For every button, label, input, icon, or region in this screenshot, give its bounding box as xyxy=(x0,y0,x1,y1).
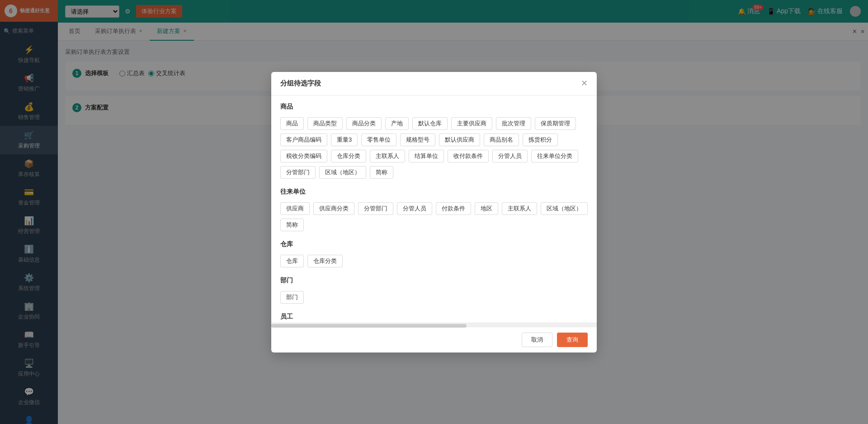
cancel-button[interactable]: 取消 xyxy=(522,333,552,347)
counterpart-tags-grid: 供应商 供应商分类 分管部门 分管人员 付款条件 地区 主联系人 区域（地区） … xyxy=(280,202,588,231)
tag-area[interactable]: 地区 xyxy=(475,202,498,215)
tag-main-supplier[interactable]: 主要供应商 xyxy=(451,117,492,130)
category-warehouse: 仓库 仓库 仓库分类 xyxy=(280,240,588,267)
category-department-title: 部门 xyxy=(280,276,588,286)
tag-warehouse[interactable]: 仓库 xyxy=(280,255,304,267)
tag-customer-sku[interactable]: 客户商品编码 xyxy=(280,133,327,146)
dialog-footer: 取消 查询 xyxy=(271,327,597,353)
tag-default-warehouse[interactable]: 默认仓库 xyxy=(412,117,448,130)
tag-batch-management[interactable]: 批次管理 xyxy=(496,117,531,130)
category-product-title: 商品 xyxy=(280,103,588,113)
tag-short-name-2[interactable]: 简称 xyxy=(280,219,304,231)
tag-weight[interactable]: 重量3 xyxy=(331,133,358,146)
tag-product-type[interactable]: 商品类型 xyxy=(307,117,343,130)
dialog-hscrollbar-thumb[interactable] xyxy=(271,324,467,328)
tag-tax-code[interactable]: 税收分类编码 xyxy=(280,150,327,162)
tag-supplier[interactable]: 供应商 xyxy=(280,202,310,215)
dialog-close-button[interactable]: ✕ xyxy=(581,79,588,87)
dialog: 分组待选字段 ✕ 商品 商品 商品类型 商品分类 产地 默认仓库 主要供应商 批… xyxy=(271,72,597,353)
tag-product-alias[interactable]: 商品别名 xyxy=(484,133,519,146)
tag-pick-points[interactable]: 拣货积分 xyxy=(523,133,558,146)
tag-staff[interactable]: 分管人员 xyxy=(397,202,432,215)
tag-spec-model[interactable]: 规格型号 xyxy=(400,133,435,146)
tag-short-name[interactable]: 简称 xyxy=(370,166,393,179)
category-counterpart-title: 往来单位 xyxy=(280,188,588,198)
dialog-hscrollbar[interactable] xyxy=(271,323,597,327)
tag-shelf-life[interactable]: 保质期管理 xyxy=(535,117,576,130)
tag-main-contact-2[interactable]: 主联系人 xyxy=(502,202,537,215)
tag-warehouse-type[interactable]: 仓库分类 xyxy=(307,255,343,267)
category-department: 部门 部门 xyxy=(280,276,588,304)
tag-supplier-category[interactable]: 供应商分类 xyxy=(313,202,354,215)
tag-dept[interactable]: 分管部门 xyxy=(358,202,393,215)
confirm-button[interactable]: 查询 xyxy=(557,333,588,347)
tag-counterpart-category[interactable]: 往来单位分类 xyxy=(531,150,578,162)
tag-settlement-unit[interactable]: 结算单位 xyxy=(409,150,444,162)
product-tags-grid: 商品 商品类型 商品分类 产地 默认仓库 主要供应商 批次管理 保质期管理 客户… xyxy=(280,117,588,179)
modal-overlay[interactable]: 分组待选字段 ✕ 商品 商品 商品类型 商品分类 产地 默认仓库 主要供应商 批… xyxy=(0,0,868,424)
tag-region-2[interactable]: 区域（地区） xyxy=(541,202,588,215)
tag-product-category[interactable]: 商品分类 xyxy=(346,117,382,130)
warehouse-tags-grid: 仓库 仓库分类 xyxy=(280,255,588,267)
tag-product[interactable]: 商品 xyxy=(280,117,304,130)
category-employee: 员工 业务员 xyxy=(280,313,588,323)
category-warehouse-title: 仓库 xyxy=(280,240,588,250)
tag-retail-unit[interactable]: 零售单位 xyxy=(361,133,396,146)
category-counterpart: 往来单位 供应商 供应商分类 分管部门 分管人员 付款条件 地区 主联系人 区域… xyxy=(280,188,588,231)
tag-supervisor-dept[interactable]: 分管部门 xyxy=(280,166,316,179)
tag-region[interactable]: 区域（地区） xyxy=(319,166,366,179)
department-tags-grid: 部门 xyxy=(280,291,588,304)
tag-supervisor[interactable]: 分管人员 xyxy=(492,150,528,162)
dialog-header: 分组待选字段 ✕ xyxy=(271,72,597,95)
tag-department[interactable]: 部门 xyxy=(280,291,304,304)
dialog-body: 商品 商品 商品类型 商品分类 产地 默认仓库 主要供应商 批次管理 保质期管理… xyxy=(271,95,597,323)
tag-default-supplier[interactable]: 默认供应商 xyxy=(439,133,480,146)
category-product: 商品 商品 商品类型 商品分类 产地 默认仓库 主要供应商 批次管理 保质期管理… xyxy=(280,103,588,179)
tag-payment-terms[interactable]: 收付款条件 xyxy=(448,150,489,162)
tag-main-contact[interactable]: 主联系人 xyxy=(370,150,405,162)
tag-origin[interactable]: 产地 xyxy=(385,117,409,130)
tag-payment-condition[interactable]: 付款条件 xyxy=(436,202,471,215)
tag-warehouse-category[interactable]: 仓库分类 xyxy=(331,150,366,162)
category-employee-title: 员工 xyxy=(280,313,588,323)
dialog-title: 分组待选字段 xyxy=(280,79,321,88)
